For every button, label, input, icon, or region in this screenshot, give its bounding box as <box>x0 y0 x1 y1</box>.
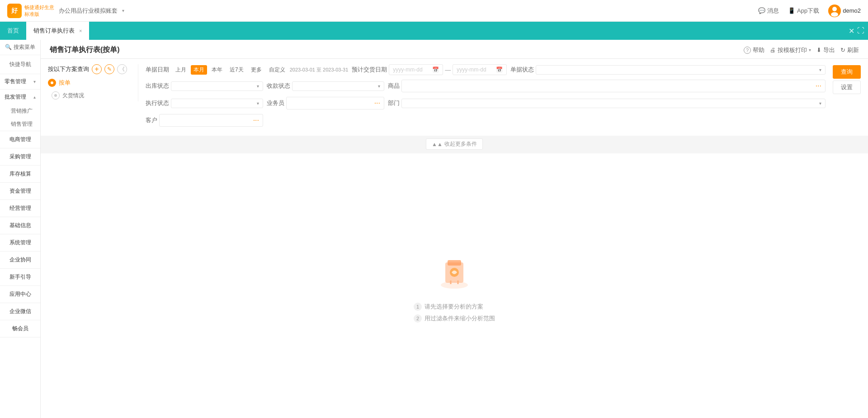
goods-select[interactable]: ··· <box>401 80 826 92</box>
user-area[interactable]: demo2 <box>828 5 861 17</box>
expected-date-end[interactable]: yyyy-mm-dd 📅 <box>453 64 507 75</box>
preset-last-month[interactable]: 上月 <box>173 65 189 75</box>
print-btn[interactable]: 🖨 按模板打印 ▾ <box>770 46 811 54</box>
sidebar-item-wholesale[interactable]: 批发管理 ▴ <box>0 90 40 104</box>
sidebar-item-new-user[interactable]: 新手引导 <box>0 269 40 286</box>
date-presets: 上月 本月 本年 近7天 更多 自定义 <box>173 65 288 75</box>
sidebar-search[interactable]: 🔍 搜索菜单 <box>0 40 40 55</box>
expected-date-start[interactable]: yyyy-mm-dd 📅 <box>389 64 443 75</box>
calendar-start-icon: 📅 <box>432 66 439 73</box>
scheme-edit-btn[interactable]: ✎ <box>104 64 114 74</box>
sidebar-item-wechat[interactable]: 企业微信 <box>0 303 40 320</box>
content-area: 销售订单执行表(按单) ? 帮助 🖨 按模板打印 ▾ ⬇ 导出 ↻ 刷新 <box>41 40 868 418</box>
scheme-active-name[interactable]: 按单 <box>59 79 71 87</box>
calendar-end-icon: 📅 <box>496 66 503 73</box>
export-btn[interactable]: ⬇ 导出 <box>816 46 835 54</box>
salesman-select[interactable]: ··· <box>286 97 384 109</box>
customer-dots-icon[interactable]: ··· <box>253 116 259 124</box>
receipt-status-dropdown-icon: ▾ <box>378 84 380 89</box>
sidebar-item-basic[interactable]: 基础信息 <box>0 217 40 234</box>
logo-text: 畅捷通好生意 标准版 <box>24 4 54 17</box>
out-status-label: 出库状态 <box>146 82 169 90</box>
sidebar-item-inventory[interactable]: 库存核算 <box>0 166 40 183</box>
sidebar-item-quick-nav[interactable]: 快捷导航 <box>0 58 40 71</box>
tab-close-window-icon[interactable]: ✕ <box>849 27 854 35</box>
sidebar-item-ops[interactable]: 经营管理 <box>0 200 40 217</box>
exec-status-select[interactable]: ▾ <box>171 99 263 108</box>
preset-last7[interactable]: 近7天 <box>227 65 246 75</box>
print-icon: 🖨 <box>770 47 776 53</box>
app-download-action[interactable]: 📱 App下载 <box>788 7 819 15</box>
filter-salesman-field: 业务员 ··· <box>267 97 384 109</box>
preset-this-month[interactable]: 本月 <box>191 65 207 75</box>
sidebar: 🔍 搜索菜单 快捷导航 零售管理 ▾ 批发管理 ▴ 营销推广 销售管理 电商管理… <box>0 40 41 418</box>
app-download-icon: 📱 <box>788 7 795 14</box>
avatar <box>828 5 841 17</box>
empty-state: 1 请先选择要分析的方案 2 用过滤条件来缩小分析范围 <box>41 153 868 418</box>
menu-dropdown-icon[interactable]: ▾ <box>122 8 124 13</box>
goods-dots-icon[interactable]: ··· <box>816 82 821 90</box>
filter-customer-field: 客户 ··· <box>146 114 263 127</box>
sidebar-quick-nav: 快捷导航 <box>0 55 40 74</box>
svg-rect-6 <box>448 260 461 266</box>
doc-status-select[interactable]: ▾ <box>536 65 826 75</box>
filter-expected-date-field: 预计交货日期 yyyy-mm-dd 📅 — yyyy-mm-dd 📅 <box>352 64 507 75</box>
settings-button[interactable]: 设置 <box>833 81 861 94</box>
sidebar-item-finance[interactable]: 资金管理 <box>0 183 40 200</box>
refresh-icon: ↻ <box>840 47 845 53</box>
dept-select[interactable]: ▾ <box>401 99 826 108</box>
svg-point-2 <box>51 81 53 84</box>
menu-title: 办公用品行业模拟账套 <box>59 7 118 15</box>
customer-select[interactable]: ··· <box>159 114 263 127</box>
scheme-header-row: 按以下方案查询 + ✎ 《 <box>48 64 132 74</box>
help-btn[interactable]: ? 帮助 <box>744 46 764 54</box>
scheme-add-btn[interactable]: + <box>92 64 102 74</box>
sidebar-item-app-center[interactable]: 应用中心 <box>0 286 40 303</box>
scheme-collapse-btn[interactable]: 《 <box>117 64 127 74</box>
scheme-active-row: 按单 <box>48 79 132 87</box>
preset-custom[interactable]: 自定义 <box>266 65 288 75</box>
refresh-btn[interactable]: ↻ 刷新 <box>840 46 859 54</box>
sidebar-item-member[interactable]: 畅会员 <box>0 320 40 337</box>
tab-sales-order[interactable]: 销售订单执行表 × <box>26 22 89 40</box>
help-icon: ? <box>744 47 751 54</box>
sidebar-item-ecommerce[interactable]: 电商管理 <box>0 131 40 148</box>
preset-more[interactable]: 更多 <box>248 65 264 75</box>
filter-row-4: 客户 ··· <box>146 114 826 127</box>
filter-row-date: 单据日期 上月 本月 本年 近7天 更多 自定义 <box>146 64 826 75</box>
receipt-status-select[interactable]: ▾ <box>292 81 384 91</box>
main-layout: 🔍 搜索菜单 快捷导航 零售管理 ▾ 批发管理 ▴ 营销推广 销售管理 电商管理… <box>0 40 868 418</box>
sidebar-item-marketing[interactable]: 营销推广 <box>0 104 40 118</box>
salesman-dots-icon[interactable]: ··· <box>374 99 380 107</box>
user-name: demo2 <box>843 7 861 14</box>
collapse-button[interactable]: ▲▲ 收起更多条件 <box>426 138 483 150</box>
sidebar-item-sys[interactable]: 系统管理 <box>0 234 40 252</box>
filter-date-field: 单据日期 上月 本月 本年 近7天 更多 自定义 <box>146 65 348 75</box>
scheme-active-icon <box>48 79 56 87</box>
filter-row-3: 执行状态 ▾ 业务员 <box>146 97 826 109</box>
collapse-icon: ▲▲ <box>432 141 443 147</box>
page-actions: ? 帮助 🖨 按模板打印 ▾ ⬇ 导出 ↻ 刷新 <box>744 46 859 54</box>
tab-close-icon[interactable]: × <box>79 28 82 33</box>
page-title: 销售订单执行表(按单) <box>50 45 120 55</box>
svg-point-0 <box>832 7 837 11</box>
tip-num-2: 2 <box>414 314 422 323</box>
sidebar-item-retail[interactable]: 零售管理 ▾ <box>0 74 40 89</box>
tip-text-1: 请先选择要分析的方案 <box>425 303 483 311</box>
tab-home[interactable]: 首页 <box>0 22 26 40</box>
out-status-select[interactable]: ▾ <box>171 81 263 91</box>
sidebar-item-enterprise[interactable]: 企业协同 <box>0 252 40 269</box>
sidebar-section-retail: 零售管理 ▾ <box>0 74 40 90</box>
scheme-sub-owe[interactable]: 欠货情况 <box>52 90 132 101</box>
sidebar-item-purchase[interactable]: 采购管理 <box>0 148 40 166</box>
message-action[interactable]: 💬 消息 <box>758 7 779 15</box>
query-button[interactable]: 查询 <box>833 65 861 79</box>
preset-this-year[interactable]: 本年 <box>209 65 225 75</box>
app-download-label: App下载 <box>797 7 819 15</box>
tab-fullscreen-icon[interactable]: ⛶ <box>857 27 864 35</box>
empty-tip-2: 2 用过滤条件来缩小分析范围 <box>414 314 495 323</box>
sidebar-item-sales[interactable]: 销售管理 <box>0 118 40 131</box>
filter-out-status-field: 出库状态 ▾ <box>146 81 263 91</box>
receipt-status-label: 收款状态 <box>267 82 290 90</box>
filter-row-1: 单据日期 上月 本月 本年 近7天 更多 自定义 <box>146 64 861 131</box>
